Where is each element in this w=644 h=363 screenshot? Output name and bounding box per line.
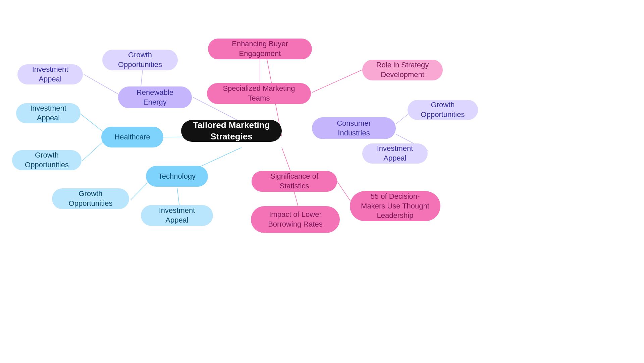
center-node: Tailored Marketing Strategies (181, 120, 282, 142)
growth-opp-renewable-node: Growth Opportunities (102, 50, 178, 70)
specialized-marketing-teams-node: Specialized Marketing Teams (207, 83, 311, 104)
svg-line-10 (80, 114, 104, 132)
svg-line-7 (294, 192, 299, 208)
svg-line-8 (337, 181, 351, 201)
enhancing-buyer-engagement-node: Enhancing Buyer Engagement (208, 39, 312, 59)
significance-statistics-node: Significance of Statistics (252, 171, 337, 192)
growth-opp-healthcare-node: Growth Opportunities (12, 150, 82, 170)
consumer-industries-node: Consumer Industries (312, 117, 396, 139)
growth-opp-tech-node: Growth Opportunities (52, 188, 129, 209)
decision-makers-node: 55 of Decision-Makers Use Thought Leader… (350, 191, 440, 221)
role-strategy-development-node: Role in Strategy Development (362, 60, 443, 80)
investment-appeal-consumer-node: Investment Appeal (362, 143, 428, 164)
svg-line-13 (141, 70, 143, 86)
svg-line-11 (82, 141, 104, 161)
renewable-energy-node: Renewable Energy (118, 86, 192, 108)
healthcare-node: Healthcare (101, 127, 163, 147)
svg-line-2 (312, 69, 364, 93)
growth-opp-consumer-node: Growth Opportunities (408, 100, 478, 120)
svg-line-17 (177, 188, 179, 206)
technology-node: Technology (146, 166, 208, 187)
investment-appeal-renewable-node: Investment Appeal (17, 64, 83, 84)
svg-line-14 (84, 74, 121, 96)
investment-appeal-tech-node: Investment Appeal (141, 205, 213, 226)
impact-borrowing-rates-node: Impact of Lower Borrowing Rates (251, 206, 340, 233)
svg-line-16 (131, 183, 148, 200)
investment-appeal-healthcare-node: Investment Appeal (16, 103, 80, 123)
